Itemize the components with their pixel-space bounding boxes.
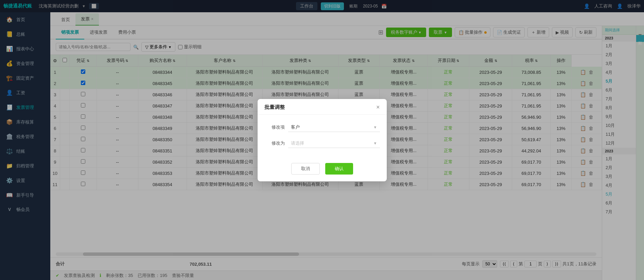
modal-value-row: 修改为 请选择 ▼ (264, 139, 380, 148)
modal-value-label: 修改为 (264, 140, 285, 146)
modal-close-btn[interactable]: × (376, 104, 380, 111)
modal-field-chevron-icon: ▼ (373, 125, 377, 129)
modal-footer: 取消 确认 (258, 160, 387, 181)
modal-body: 修改项 客户 ▼ 修改为 请选择 ▼ (258, 115, 387, 160)
batch-adjust-modal: 批量调整 × 修改项 客户 ▼ 修改为 请选择 ▼ 取消 确认 (258, 99, 387, 181)
modal-field-value: 客户 (291, 124, 300, 130)
modal-value-chevron-icon: ▼ (373, 141, 377, 145)
modal-field-select[interactable]: 客户 ▼ (288, 123, 380, 132)
modal-cancel-btn[interactable]: 取消 (291, 163, 320, 175)
modal-overlay: 批量调整 × 修改项 客户 ▼ 修改为 请选择 ▼ 取消 确认 (0, 0, 644, 280)
modal-field-row: 修改项 客户 ▼ (264, 123, 380, 132)
modal-confirm-btn[interactable]: 确认 (325, 163, 353, 175)
modal-header: 批量调整 × (258, 99, 387, 115)
modal-field-label: 修改项 (264, 124, 285, 130)
modal-value-select[interactable]: 请选择 ▼ (288, 139, 380, 148)
modal-title: 批量调整 (264, 104, 285, 111)
modal-value-placeholder: 请选择 (291, 140, 304, 146)
